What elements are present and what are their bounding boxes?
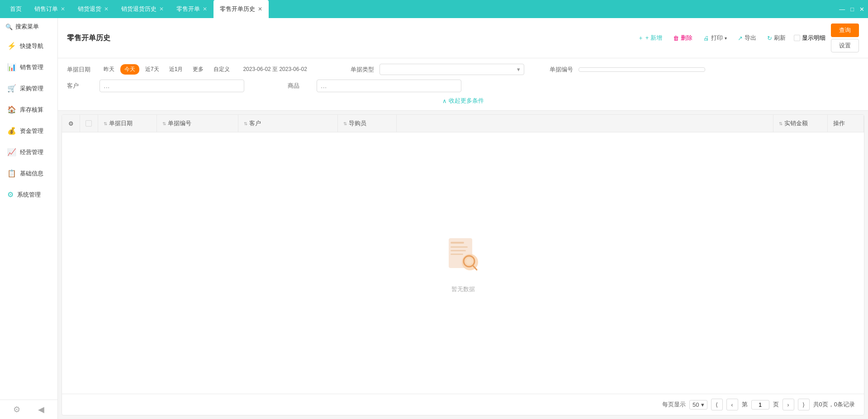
th-checkbox xyxy=(80,115,98,132)
last-page-icon: ⟩ xyxy=(802,401,805,408)
total-text: 共0页，0条记录 xyxy=(813,400,855,409)
per-page-dropdown-icon: ▾ xyxy=(701,401,704,408)
filter-row-2: 客户 ... 商品 ... xyxy=(67,80,859,92)
close-tab-sales-return-history[interactable]: ✕ xyxy=(159,6,164,12)
sort-amount-icon: ⇅ xyxy=(779,121,783,126)
sort-customer-icon: ⇅ xyxy=(244,121,247,126)
th-customer[interactable]: ⇅ 客户 xyxy=(238,115,338,132)
sidebar-item-label: 快捷导航 xyxy=(20,42,43,50)
prev-page-button[interactable]: ‹ xyxy=(726,399,738,410)
collapse-filter-button[interactable]: ∧ 收起更多条件 xyxy=(67,97,859,105)
svg-rect-1 xyxy=(451,242,464,244)
th-amount[interactable]: ⇅ 实销金额 xyxy=(773,115,828,132)
tab-retail-open[interactable]: 零售开单 ✕ xyxy=(170,0,213,18)
sidebar-collapse-icon[interactable]: ◀ xyxy=(38,405,44,414)
empty-text: 暂无数据 xyxy=(451,285,475,293)
empty-state: 暂无数据 xyxy=(62,132,864,394)
sidebar-item-label: 基础信息 xyxy=(20,169,43,178)
per-page-value: 50 xyxy=(693,401,699,408)
add-button[interactable]: ＋ + 新增 xyxy=(635,32,665,44)
last-page-button[interactable]: ⟩ xyxy=(798,399,810,410)
th-gear[interactable]: ⚙ xyxy=(62,115,80,132)
tab-sales-order[interactable]: 销售订单 ✕ xyxy=(28,0,71,18)
sidebar-item-label: 系统管理 xyxy=(17,191,41,199)
export-button[interactable]: ↗ 导出 xyxy=(735,32,759,44)
select-all-checkbox[interactable] xyxy=(85,120,92,127)
print-dropdown-icon: ▾ xyxy=(725,36,727,41)
sidebar-item-label: 经营管理 xyxy=(20,148,43,156)
filter-row-1: 单据日期 昨天 今天 近7天 近1月 更多 自定义 2023-06-02 至 2… xyxy=(67,64,859,75)
sidebar-settings-icon[interactable]: ⚙ xyxy=(13,405,20,414)
sidebar-item-inventory[interactable]: 🏠 库存核算 xyxy=(0,99,57,120)
tab-retail-history[interactable]: 零售开单历史 ✕ xyxy=(213,0,269,18)
sort-no-icon: ⇅ xyxy=(162,121,166,126)
th-date[interactable]: ⇅ 单据日期 xyxy=(98,115,157,132)
th-guide[interactable]: ⇅ 导购员 xyxy=(338,115,397,132)
sidebar-item-operation[interactable]: 📈 经营管理 xyxy=(0,141,57,163)
customer-label: 客户 xyxy=(67,82,92,90)
tab-sales-return[interactable]: 销货退货 ✕ xyxy=(71,0,115,18)
date-btn-yesterday[interactable]: 昨天 xyxy=(100,64,119,75)
customer-dots: ... xyxy=(104,82,109,90)
next-page-button[interactable]: › xyxy=(783,399,794,410)
sidebar-item-system[interactable]: ⚙ 系统管理 xyxy=(0,184,57,205)
date-btn-last7[interactable]: 近7天 xyxy=(141,64,163,75)
content-area: 零售开单历史 ＋ + 新增 🗑 删除 🖨 打印 ▾ ↗ 导出 xyxy=(58,18,868,419)
doc-type-label: 单据类型 xyxy=(351,66,376,74)
toolbar-actions: ＋ + 新增 🗑 删除 🖨 打印 ▾ ↗ 导出 ↻ xyxy=(635,24,859,52)
page-label: 第 xyxy=(742,400,748,409)
th-action: 操作 xyxy=(828,115,864,132)
tab-sales-return-history[interactable]: 销货退货历史 ✕ xyxy=(115,0,170,18)
page-number-input[interactable] xyxy=(751,400,769,410)
maximize-button[interactable]: □ xyxy=(850,6,854,13)
sidebar-item-finance[interactable]: 💰 资金管理 xyxy=(0,120,57,141)
close-tab-sales-order[interactable]: ✕ xyxy=(61,6,65,12)
show-detail-check-icon[interactable] xyxy=(794,35,800,41)
setting-button[interactable]: 设置 xyxy=(831,39,859,52)
doc-no-input[interactable] xyxy=(579,67,705,72)
sidebar-item-quick-nav[interactable]: ⚡ 快捷导航 xyxy=(0,35,57,56)
export-icon: ↗ xyxy=(738,35,743,42)
sidebar-search[interactable]: 🔍 搜索菜单 xyxy=(0,18,57,35)
goods-label: 商品 xyxy=(288,82,313,90)
sort-guide-icon: ⇅ xyxy=(343,121,347,126)
query-setting-group: 查询 设置 xyxy=(831,24,859,52)
th-no[interactable]: ⇅ 单据编号 xyxy=(157,115,238,132)
minimize-button[interactable]: — xyxy=(839,6,845,13)
close-tab-retail-open[interactable]: ✕ xyxy=(203,6,207,12)
first-page-button[interactable]: ⟨ xyxy=(711,399,723,410)
goods-input[interactable]: ... xyxy=(317,80,461,92)
date-btn-custom[interactable]: 自定义 xyxy=(209,64,234,75)
window-controls: — □ ✕ xyxy=(839,6,864,13)
table-container: ⚙ ⇅ 单据日期 ⇅ 单据编号 ⇅ 客户 ⇅ xyxy=(62,114,864,415)
show-detail-checkbox[interactable]: 显示明细 xyxy=(794,34,825,42)
close-tab-sales-return[interactable]: ✕ xyxy=(104,6,109,12)
svg-rect-4 xyxy=(451,254,463,255)
filter-area: 单据日期 昨天 今天 近7天 近1月 更多 自定义 2023-06-02 至 2… xyxy=(58,58,868,111)
refresh-button[interactable]: ↻ 刷新 xyxy=(764,32,788,44)
prev-page-icon: ‹ xyxy=(731,401,733,408)
sidebar-item-purchase[interactable]: 🛒 采购管理 xyxy=(0,78,57,99)
query-button[interactable]: 查询 xyxy=(831,24,859,37)
close-tab-retail-history[interactable]: ✕ xyxy=(258,6,262,12)
sidebar-item-sales[interactable]: 📊 销售管理 xyxy=(0,56,57,78)
pagination: 每页显示 50 ▾ ⟨ ‹ 第 页 › ⟩ xyxy=(62,394,864,415)
add-icon: ＋ xyxy=(638,34,644,42)
doc-type-select[interactable]: ▾ xyxy=(379,64,524,75)
date-range-display: 2023-06-02 至 2023-06-02 xyxy=(243,66,307,73)
delete-button[interactable]: 🗑 删除 xyxy=(670,32,695,44)
date-btn-today[interactable]: 今天 xyxy=(120,64,139,75)
sidebar-item-base-info[interactable]: 📋 基础信息 xyxy=(0,163,57,184)
sidebar-item-label: 库存核算 xyxy=(20,106,43,114)
refresh-icon: ↻ xyxy=(767,35,772,42)
close-button[interactable]: ✕ xyxy=(859,6,864,13)
date-btn-more[interactable]: 更多 xyxy=(189,64,208,75)
svg-point-8 xyxy=(466,258,472,264)
tab-home[interactable]: 零售开单历史 首页 xyxy=(4,0,28,18)
customer-input[interactable]: ... xyxy=(100,80,244,92)
per-page-select[interactable]: 50 ▾ xyxy=(689,400,707,410)
print-button[interactable]: 🖨 打印 ▾ xyxy=(701,32,730,44)
doc-type-dropdown-icon: ▾ xyxy=(517,66,520,73)
date-btn-last1m[interactable]: 近1月 xyxy=(165,64,187,75)
search-icon: 🔍 xyxy=(5,24,13,30)
